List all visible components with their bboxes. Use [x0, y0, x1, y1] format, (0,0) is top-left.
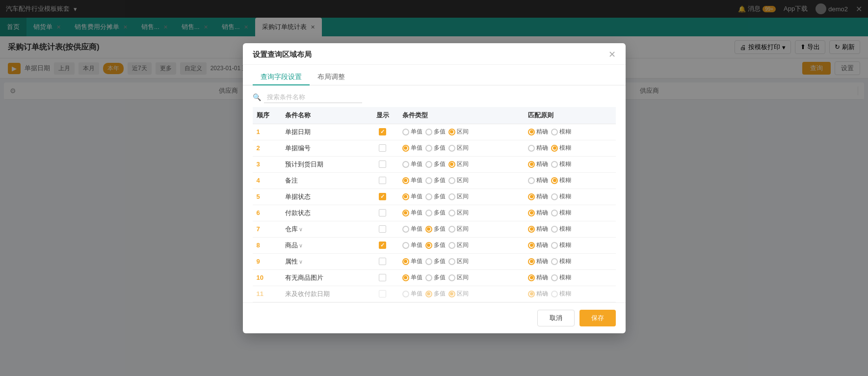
tab-layout-adjust[interactable]: 布局调整 [310, 70, 353, 85]
dialog-search-area: 🔍 [243, 85, 626, 104]
dialog-close-button[interactable]: ✕ [608, 50, 616, 59]
search-input[interactable] [264, 91, 362, 103]
dialog-header: 设置查询区域布局 ✕ [243, 43, 626, 65]
modal-overlay: 设置查询区域布局 ✕ 查询字段设置 布局调整 🔍 顺序 条件名称 [0, 0, 868, 104]
settings-dialog: 设置查询区域布局 ✕ 查询字段设置 布局调整 🔍 顺序 条件名称 [243, 43, 626, 104]
dialog-title: 设置查询区域布局 [253, 50, 312, 59]
tab-query-fields[interactable]: 查询字段设置 [253, 70, 310, 85]
dialog-tabs: 查询字段设置 布局调整 [243, 65, 626, 85]
search-icon: 🔍 [253, 93, 261, 101]
